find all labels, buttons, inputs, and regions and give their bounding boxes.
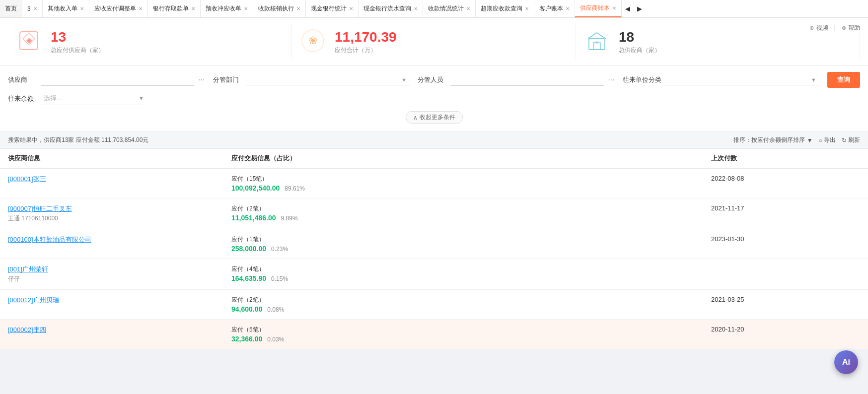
sort-select[interactable]: 排序：按应付余额倒序排序 ▼ bbox=[733, 136, 813, 144]
nav-left-arrow[interactable]: ◀ bbox=[622, 0, 634, 18]
nav-3-close[interactable]: ✕ bbox=[33, 6, 37, 11]
nav-cash-stat-close[interactable]: ✕ bbox=[349, 6, 353, 11]
nav-payment-stat-close[interactable]: ✕ bbox=[466, 6, 470, 11]
supplier-input[interactable] bbox=[41, 74, 194, 86]
nav-customer-ledger-close[interactable]: ✕ bbox=[566, 6, 570, 11]
filter-balance: 往来余额 选择... ▼ bbox=[8, 92, 147, 105]
nav-item-collection[interactable]: 收款核销执行 ✕ bbox=[253, 0, 306, 17]
nav-item-home[interactable]: 首页 bbox=[0, 0, 22, 17]
result-summary-text: 搜索结果中，供应商13家 应付金额 111,703,854.00元 bbox=[8, 136, 148, 144]
nav-item-adjustment[interactable]: 应收应付调整单 ✕ bbox=[89, 0, 148, 17]
nav-adjustment-close[interactable]: ✕ bbox=[139, 6, 143, 11]
nav-adjustment-label: 应收应付调整单 bbox=[94, 4, 136, 13]
nav-item-cashflow[interactable]: 现金银行流水查询 ✕ bbox=[359, 0, 423, 17]
dept-dropdown-icon: ▼ bbox=[401, 77, 407, 83]
tx-cell: 应付（5笔） 32,366.00 0.03% bbox=[231, 326, 711, 343]
balance-dropdown-icon: ▼ bbox=[139, 95, 144, 101]
table-header: 供应商信息 应付交易信息（占比） 上次付数 bbox=[0, 149, 868, 169]
nav-right-arrow[interactable]: ▶ bbox=[634, 0, 646, 18]
card3-content: 18 总供应商（家） bbox=[619, 29, 660, 55]
tx-percent: 89.61% bbox=[285, 185, 305, 192]
tx-percent: 0.03% bbox=[267, 336, 284, 343]
help-link[interactable]: ⊙ 帮助 bbox=[842, 24, 860, 32]
svg-rect-6 bbox=[593, 43, 600, 50]
balance-label: 往来余额 bbox=[8, 94, 38, 103]
nav-supplier-ledger-close[interactable]: ✕ bbox=[612, 5, 616, 11]
shop-icon bbox=[584, 28, 612, 56]
category-select[interactable]: ▼ bbox=[664, 75, 820, 85]
filter-area: 供应商 ··· 分管部门 ▼ 分管人员 ··· 往来单位分类 ▼ 查询 bbox=[0, 66, 868, 132]
tx-amount: 32,366.00 bbox=[231, 335, 262, 343]
tx-amount-row: 164,635.90 0.15% bbox=[231, 273, 711, 282]
tx-amount: 164,635.90 bbox=[231, 274, 266, 282]
tx-amount-row: 11,051,486.00 9.89% bbox=[231, 213, 711, 222]
nav-item-other-income[interactable]: 其他收入单 ✕ bbox=[43, 0, 89, 17]
wheat-icon: ❀ bbox=[300, 28, 328, 56]
supplier-dots[interactable]: ··· bbox=[198, 75, 205, 84]
filter-category: 往来单位分类 ▼ bbox=[623, 75, 820, 85]
search-button[interactable]: 查询 bbox=[827, 72, 860, 88]
category-label: 往来单位分类 bbox=[623, 75, 661, 84]
table-row[interactable]: [000100]本特勤油品有限公司 应付（1笔） 258,000.00 0.23… bbox=[0, 229, 868, 259]
nav-prepay-label: 预收冲应收单 bbox=[206, 4, 241, 13]
nav-item-overdue[interactable]: 超期应收款查询 ✕ bbox=[476, 0, 534, 17]
table-body: [000001]张三 应付（15笔） 100,092,540.00 89.61%… bbox=[0, 169, 868, 349]
table-row[interactable]: [001]广州荣轩 仔仔 应付（4笔） 164,635.90 0.15% bbox=[0, 259, 868, 290]
nav-item-customer-ledger[interactable]: 客户账本 ✕ bbox=[534, 0, 575, 17]
filter-supplier: 供应商 ··· bbox=[8, 74, 205, 86]
export-icon: ○ bbox=[819, 137, 822, 144]
last-payment-date: 2022-08-08 bbox=[711, 175, 744, 182]
nav-item-prepay[interactable]: 预收冲应收单 ✕ bbox=[201, 0, 253, 17]
supplier-label: 供应商 bbox=[8, 75, 38, 84]
nav-item-supplier-ledger[interactable]: 供应商账本 ✕ bbox=[575, 0, 622, 17]
nav-item-3[interactable]: 3 ✕ bbox=[22, 0, 43, 17]
supplier-link[interactable]: [000002]李四 bbox=[8, 326, 46, 333]
table-row[interactable]: [000002]李四 应付（5笔） 32,366.00 0.03% 2020-1… bbox=[0, 320, 868, 349]
nav-item-cash-stat[interactable]: 现金银行统计 ✕ bbox=[306, 0, 359, 17]
export-button[interactable]: ○ 导出 bbox=[819, 136, 836, 144]
link-divider: | bbox=[834, 24, 836, 32]
balance-select[interactable]: 选择... ▼ bbox=[41, 92, 147, 105]
supplier-link[interactable]: [000007]恒旺二手叉车 bbox=[8, 205, 72, 212]
tx-percent: 0.23% bbox=[271, 246, 288, 253]
tx-amount-row: 94,600.00 0.08% bbox=[231, 304, 711, 313]
nav-collection-close[interactable]: ✕ bbox=[296, 6, 300, 11]
supplier-link[interactable]: [000100]本特勤油品有限公司 bbox=[8, 236, 91, 243]
card1-number: 13 bbox=[51, 29, 104, 46]
table-row[interactable]: [000001]张三 应付（15笔） 100,092,540.00 89.61%… bbox=[0, 169, 868, 198]
nav-bank-close[interactable]: ✕ bbox=[191, 6, 195, 11]
nav-bar: 首页 3 ✕ 其他收入单 ✕ 应收应付调整单 ✕ 银行存取款单 ✕ 预收冲应收单… bbox=[0, 0, 868, 18]
collapse-button[interactable]: ∧ 收起更多条件 bbox=[406, 111, 463, 124]
category-dropdown-icon: ▼ bbox=[811, 77, 816, 83]
supplier-link[interactable]: [001]广州荣轩 bbox=[8, 265, 48, 273]
tx-amount: 258,000.00 bbox=[231, 245, 266, 253]
collapse-label: 收起更多条件 bbox=[420, 113, 455, 122]
nav-other-income-close[interactable]: ✕ bbox=[80, 6, 84, 11]
nav-item-payment-stat[interactable]: 收款情况统计 ✕ bbox=[423, 0, 476, 17]
supplier-cell: [000012]广州贝瑞 bbox=[8, 296, 231, 313]
summary-area: ◈ 13 总应付供应商（家） ❀ 11,170.39 应付合计（万） bbox=[0, 18, 868, 66]
table-row[interactable]: [000012]广州贝瑞 应付（2笔） 94,600.00 0.08% 2021… bbox=[0, 290, 868, 320]
refresh-button[interactable]: ↻ 刷新 bbox=[842, 136, 860, 144]
nav-item-bank[interactable]: 银行存取款单 ✕ bbox=[148, 0, 201, 17]
nav-prepay-close[interactable]: ✕ bbox=[244, 6, 248, 11]
result-actions: 排序：按应付余额倒序排序 ▼ ○ 导出 ↻ 刷新 bbox=[733, 136, 860, 144]
dept-select[interactable]: ▼ bbox=[246, 75, 410, 85]
export-label: 导出 bbox=[824, 136, 836, 144]
last-payment-date: 2020-11-20 bbox=[711, 326, 744, 333]
supplier-sub: 王通 17106110000 bbox=[8, 214, 231, 223]
last-payment-cell bbox=[711, 265, 860, 283]
supplier-link[interactable]: [000001]张三 bbox=[8, 175, 46, 183]
person-dots[interactable]: ··· bbox=[608, 75, 614, 84]
nav-cashflow-label: 现金银行流水查询 bbox=[363, 4, 411, 13]
help-icon: ⊙ bbox=[842, 24, 847, 31]
table-row[interactable]: [000007]恒旺二手叉车 王通 17106110000 应付（2笔） 11,… bbox=[0, 198, 868, 229]
person-input[interactable] bbox=[450, 74, 604, 86]
svg-text:❀: ❀ bbox=[308, 34, 317, 47]
video-link[interactable]: ⊙ 视频 bbox=[809, 24, 828, 32]
nav-overdue-close[interactable]: ✕ bbox=[525, 6, 529, 11]
supplier-link[interactable]: [000012]广州贝瑞 bbox=[8, 296, 59, 304]
diamond-icon: ◈ bbox=[16, 28, 44, 56]
nav-3-label: 3 bbox=[27, 5, 31, 12]
nav-cashflow-close[interactable]: ✕ bbox=[414, 6, 418, 11]
